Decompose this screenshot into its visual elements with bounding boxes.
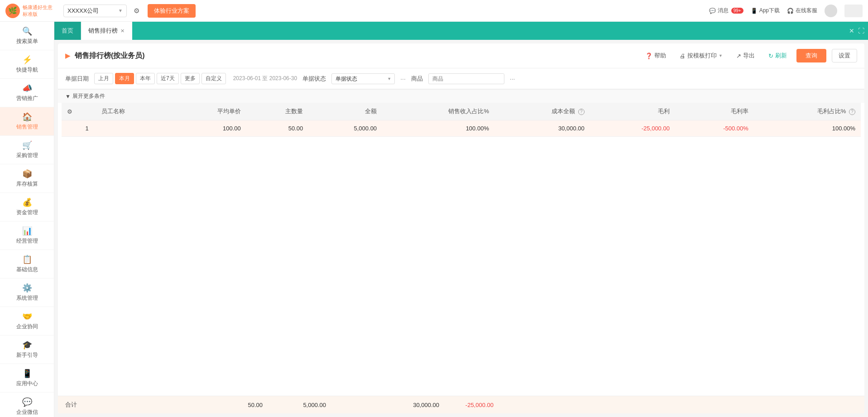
tab-restore-icon[interactable]: ⛶ [858, 27, 864, 34]
sidebar-item-finance[interactable]: 💰 资金管理 [0, 193, 54, 221]
header-right: 💬 消息 99+ 📱 App下载 🎧 在线客服 [709, 5, 863, 17]
footer-cost-amount: 30,000.00 [391, 402, 450, 408]
company-selector[interactable]: XXXXX公司 ▼ [63, 5, 127, 17]
column-settings-icon[interactable]: ⚙ [67, 108, 72, 115]
sidebar-item-wechat[interactable]: 💬 企业微信 [0, 393, 54, 417]
company-settings-icon[interactable]: ⚙ [129, 4, 143, 18]
cell-amount: 5,000.00 [308, 120, 382, 137]
cell-gross-profit: -25,000.00 [590, 120, 675, 137]
sidebar-label-app: 应用中心 [16, 380, 38, 388]
date-btn-7days[interactable]: 近7天 [157, 73, 179, 84]
table-area: ⚙ 员工名称 平均单价 主数量 [58, 103, 864, 396]
cell-gross-rate: -500.00% [675, 120, 754, 137]
goods-filter-label: 商品 [411, 75, 423, 83]
sidebar-item-purchase[interactable]: 🛒 采购管理 [0, 136, 54, 164]
box-icon: 📦 [22, 169, 32, 179]
sidebar-label-purchase: 采购管理 [16, 152, 38, 159]
sidebar-item-guide[interactable]: 🎓 新手引导 [0, 336, 54, 364]
sidebar-item-marketing[interactable]: 📣 营销推广 [0, 79, 54, 107]
sidebar-label-basic: 基础信息 [16, 266, 38, 273]
message-label: 消息 [718, 7, 729, 14]
col-quantity: 主数量 [246, 103, 309, 120]
sidebar-item-operations[interactable]: 📊 经营管理 [0, 221, 54, 250]
headset-icon: 🎧 [787, 8, 794, 14]
tab-close-all-icon[interactable]: ✕ [849, 27, 854, 34]
status-select[interactable]: 单据状态 [331, 73, 395, 84]
cell-employee [96, 120, 171, 137]
sidebar-item-quick-nav[interactable]: ⚡ 快捷导航 [0, 50, 54, 79]
sidebar-item-system[interactable]: ⚙️ 系统管理 [0, 278, 54, 307]
trial-button[interactable]: 体验行业方案 [148, 4, 196, 18]
avatar[interactable] [825, 5, 837, 17]
guide-icon: 🎓 [22, 340, 32, 350]
sidebar-item-app-center[interactable]: 📱 应用中心 [0, 364, 54, 393]
more-dots[interactable]: ··· [400, 75, 406, 82]
query-button[interactable]: 查询 [796, 49, 826, 62]
tab-sales-rank[interactable]: 销售排行榜 ✕ [81, 22, 132, 40]
cart-icon: 🛒 [22, 140, 32, 150]
goods-more-dots[interactable]: ··· [510, 75, 515, 82]
page-title: 销售排行榜(按业务员) [75, 51, 145, 61]
sidebar-label-sales: 销售管理 [16, 123, 38, 131]
megaphone-icon: 📣 [22, 83, 32, 93]
date-btn-custom[interactable]: 自定义 [201, 73, 226, 84]
page-actions: ❓ 帮助 🖨 按模板打印 ▼ ↗ 导出 ↻ 刷新 [641, 49, 857, 62]
data-table: ⚙ 员工名称 平均单价 主数量 [62, 103, 861, 137]
expand-icon[interactable]: ▶ [65, 52, 70, 59]
sidebar-label-inventory: 库存核算 [16, 180, 38, 188]
sidebar-item-search-orders[interactable]: 🔍 搜索菜单 [0, 22, 54, 50]
tab-close-icon[interactable]: ✕ [120, 28, 125, 34]
sidebar-label-finance: 资金管理 [16, 209, 38, 216]
clipboard-icon: 📋 [22, 254, 32, 264]
tab-home[interactable]: 首页 [54, 22, 81, 40]
help-button[interactable]: ❓ 帮助 [641, 49, 670, 62]
col-gross-profit: 毛利 [590, 103, 675, 120]
app-download-button[interactable]: 📱 App下载 [751, 7, 780, 14]
sidebar-label-wechat: 企业微信 [16, 408, 38, 416]
col-cost-amount: 成本全额 ? [494, 103, 590, 120]
date-filter-label: 单据日期 [65, 75, 89, 83]
sidebar-item-basic-info[interactable]: 📋 基础信息 [0, 250, 54, 278]
print-button[interactable]: 🖨 按模板打印 ▼ [676, 49, 727, 62]
refresh-icon: ↻ [768, 53, 773, 59]
col-settings[interactable]: ⚙ [62, 103, 78, 120]
cost-info-icon[interactable]: ? [578, 109, 585, 115]
sidebar-label-collab: 企业协同 [16, 323, 38, 331]
app-download-label: App下载 [759, 7, 780, 14]
footer-values: 50.00 5,000.00 30,000.00 -25,000.00 [210, 402, 857, 408]
col-employee: 员工名称 [96, 103, 171, 120]
house-icon: 🏠 [22, 112, 32, 122]
sidebar-item-sales[interactable]: 🏠 销售管理 [0, 107, 54, 136]
date-btn-this-year[interactable]: 本年 [136, 73, 155, 84]
footer-spacer-sales-pct [337, 402, 391, 408]
tab-bar: 首页 销售排行榜 ✕ ✕ ⛶ [54, 22, 868, 40]
sidebar: 🔍 搜索菜单 ⚡ 快捷导航 📣 营销推广 🏠 销售管理 🛒 采购管理 📦 库存核… [0, 22, 54, 417]
sidebar-label-guide: 新手引导 [16, 351, 38, 359]
gross-pct-info-icon[interactable]: ? [849, 109, 855, 115]
settings-button[interactable]: 设置 [832, 49, 857, 62]
export-button[interactable]: ↗ 导出 [732, 49, 759, 62]
tab-bar-right: ✕ ⛶ [849, 27, 868, 34]
online-service-button[interactable]: 🎧 在线客服 [787, 7, 817, 14]
money-icon: 💰 [22, 197, 32, 207]
sidebar-label-search: 搜索菜单 [16, 38, 38, 45]
date-btn-more[interactable]: 更多 [181, 73, 200, 84]
date-btn-this-month[interactable]: 本月 [115, 73, 134, 84]
message-badge: 99+ [731, 8, 743, 14]
sidebar-item-collab[interactable]: 🤝 企业协同 [0, 307, 54, 336]
cell-cost-amount: 30,000.00 [494, 120, 590, 137]
cell-sales-pct: 100.00% [382, 120, 494, 137]
refresh-button[interactable]: ↻ 刷新 [764, 49, 791, 62]
goods-input[interactable] [428, 73, 504, 84]
expand-more-button[interactable]: ▼ 展开更多条件 [58, 89, 864, 103]
chevron-down-icon: ▼ [118, 8, 123, 13]
app-download-icon: 📱 [751, 8, 758, 14]
logo-area: 🌿 畅康通好生意 标准版 [5, 4, 60, 18]
footer-gross-profit: -25,000.00 [450, 402, 504, 408]
question-icon: ❓ [645, 53, 652, 59]
print-chevron-icon: ▼ [719, 53, 723, 58]
sidebar-item-inventory[interactable]: 📦 库存核算 [0, 164, 54, 193]
message-button[interactable]: 💬 消息 99+ [709, 7, 743, 14]
date-btn-last-month[interactable]: 上月 [94, 73, 113, 84]
sidebar-label-nav: 快捷导航 [16, 66, 38, 74]
